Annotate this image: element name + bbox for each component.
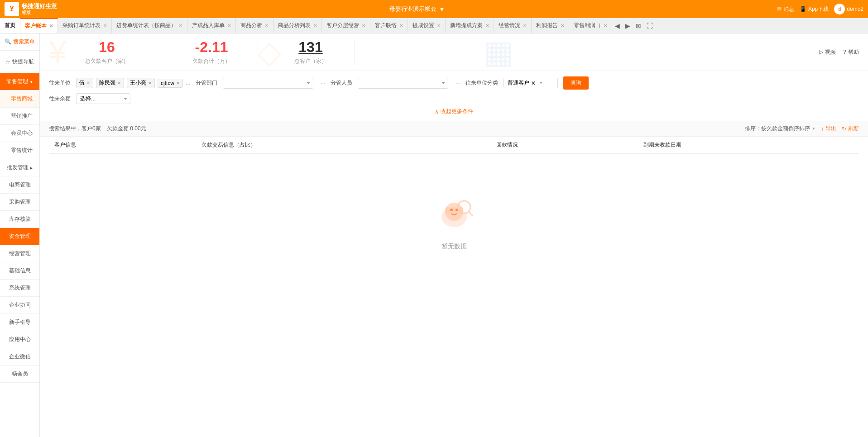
tab-retail-profit[interactable]: 零售利润（ ✕: [569, 18, 612, 33]
remove-tag-wu[interactable]: ✕: [86, 81, 90, 86]
user-avatar[interactable]: d demo2: [834, 4, 863, 14]
tab-purchase-orders[interactable]: 采购订单统计表 ✕: [58, 18, 112, 33]
tab-goods-analysis-list[interactable]: 商品分析列表 ✕: [273, 18, 322, 33]
tab-close-accounts[interactable]: ✕: [49, 24, 53, 28]
app-download-btn[interactable]: 📱 App下载: [800, 5, 829, 13]
sidebar-item-operations[interactable]: 经营管理: [0, 245, 39, 262]
tab-profit-report[interactable]: 利润报告 ✕: [532, 18, 569, 33]
tab-customer-tier[interactable]: 客户分层经营 ✕: [322, 18, 370, 33]
chevron-down-icon: ▼: [439, 6, 445, 13]
tab-home[interactable]: 首页: [0, 18, 20, 33]
tab-close-purchase-orders[interactable]: ✕: [103, 23, 107, 28]
tab-new-promotion[interactable]: 新增提成方案 ✕: [446, 18, 494, 33]
stats-banner: ¥ 16 总欠款客户（家） ◇ -2.11 欠款合计（万） ▦ 131 总客户（…: [40, 33, 868, 71]
tab-incoming-stats[interactable]: 进货单统计表（按商品） ✕: [112, 18, 187, 33]
tab-scroll-left[interactable]: ◀: [612, 22, 623, 29]
empty-icon-wrapper: [432, 190, 477, 235]
dept-select[interactable]: [223, 78, 313, 89]
unit-category-select[interactable]: 普通客户 ✕ ▼: [504, 78, 558, 88]
remove-tag-wang[interactable]: ✕: [148, 81, 152, 86]
tab-scroll-right[interactable]: ▶: [623, 22, 633, 29]
balance-select[interactable]: 选择...: [76, 93, 130, 104]
tab-close-retail-profit[interactable]: ✕: [604, 23, 607, 28]
tab-close-operations[interactable]: ✕: [523, 23, 527, 28]
tab-close-product-inbound[interactable]: ✕: [227, 23, 231, 28]
sidebar-item-wholesale[interactable]: 批发管理 ▶: [0, 159, 39, 176]
sidebar: 🔍 搜索菜单 ☆ 快捷导航 零售管理 ▼ 零售商城 营销推广 会员中心 零售统计…: [0, 33, 40, 437]
sidebar-item-ecommerce[interactable]: 电商管理: [0, 176, 39, 194]
sidebar-item-member[interactable]: 会员中心: [0, 125, 39, 142]
filter-more-tags[interactable]: ...: [186, 80, 190, 86]
sidebar-item-new-guide[interactable]: 新手引导: [0, 314, 39, 331]
chevron-down-icon-sort: ▼: [812, 127, 815, 131]
sidebar-item-app-center[interactable]: 应用中心: [0, 331, 39, 348]
tab-close-goods-analysis-list[interactable]: ✕: [313, 23, 317, 28]
tab-fullscreen[interactable]: ⛶: [644, 22, 656, 29]
refresh-btn[interactable]: ↻ 刷新: [842, 125, 859, 133]
sidebar-item-base-info[interactable]: 基础信息: [0, 262, 39, 280]
search-icon: 🔍: [5, 38, 11, 45]
tab-product-inbound[interactable]: 产成品入库单 ✕: [187, 18, 236, 33]
avatar-icon: d: [834, 4, 845, 14]
empty-illustration: [432, 190, 477, 235]
dept-label: 分管部门: [196, 79, 217, 87]
sort-select[interactable]: 排序：按欠款金额倒序排序 ▼: [745, 125, 815, 133]
export-btn[interactable]: ↑ 导出: [821, 125, 836, 133]
tab-close-profit-report[interactable]: ✕: [561, 23, 564, 28]
remove-tag-normal[interactable]: ✕: [531, 80, 536, 86]
table-header: 客户信息 欠款交易信息（占比） 回款情况 到期未收款日期: [49, 137, 859, 154]
data-table: 客户信息 欠款交易信息（占比） 回款情况 到期未收款日期: [49, 137, 859, 154]
sidebar-item-retail-mall[interactable]: 零售商城: [0, 90, 39, 108]
tab-close-promotion-settings[interactable]: ✕: [437, 23, 441, 28]
sidebar-item-retail[interactable]: 零售管理 ▼: [0, 73, 39, 90]
unit-tag-cjttcw: cjttcw ✕: [158, 79, 183, 88]
sidebar-item-enterprise-wechat[interactable]: 企业微信: [0, 348, 39, 366]
tab-accounts[interactable]: 客户账本 ✕: [20, 18, 58, 33]
sidebar-item-inventory[interactable]: 库存核算: [0, 211, 39, 228]
result-text: 搜索结果中，客户0家 欠款金额 0.00元: [49, 125, 146, 133]
tab-close-customer-contact[interactable]: ✕: [399, 23, 403, 28]
chevron-right-icon: ▶: [30, 166, 33, 170]
sidebar-item-system[interactable]: 系统管理: [0, 280, 39, 297]
app-name: 畅捷通好生意 标版: [22, 3, 57, 15]
help-btn[interactable]: ? 帮助: [843, 48, 859, 56]
sidebar-item-quick-nav[interactable]: ☆ 快捷导航: [0, 54, 39, 69]
svg-point-4: [445, 207, 450, 214]
sidebar-item-retail-stats[interactable]: 零售统计: [0, 142, 39, 159]
unit-tags: 伍 ✕ 陈民强 ✕ 王小亮 ✕ cjttcw ✕ ...: [76, 78, 190, 88]
staff-label: 分管人员: [331, 79, 352, 87]
sidebar-item-enterprise-collab[interactable]: 企业协同: [0, 297, 39, 314]
sidebar-item-member-vip[interactable]: 畅会员: [0, 366, 39, 383]
tab-close-new-promotion[interactable]: ✕: [485, 23, 489, 28]
dept-select-wrapper: [223, 78, 313, 89]
sidebar-quick-nav[interactable]: ☆ 快捷导航: [0, 51, 39, 73]
sidebar-item-marketing[interactable]: 营销推广: [0, 108, 39, 125]
logo-area: ¥ 畅捷通好生意 标版: [5, 2, 57, 16]
tab-window-controls[interactable]: ⊠: [633, 22, 644, 29]
remove-tag-cjttcw[interactable]: ✕: [176, 81, 180, 86]
tab-goods-analysis[interactable]: 商品分析 ✕: [236, 18, 273, 33]
message-btn[interactable]: ✉ 消息: [777, 5, 794, 13]
tab-close-goods-analysis[interactable]: ✕: [265, 23, 269, 28]
tab-customer-contact[interactable]: 客户联络 ✕: [370, 18, 408, 33]
staff-more-btn[interactable]: ···: [456, 80, 460, 86]
dept-more-btn[interactable]: ···: [321, 80, 325, 86]
col-overdue-info: 欠款交易信息（占比）: [196, 137, 491, 154]
video-btn[interactable]: ▷ 视频: [819, 48, 836, 56]
sidebar-item-purchase[interactable]: 采购管理: [0, 194, 39, 211]
staff-select[interactable]: [358, 78, 448, 89]
tab-operations[interactable]: 经营情况 ✕: [494, 18, 532, 33]
query-button[interactable]: 查询: [563, 76, 589, 90]
tab-close-incoming-stats[interactable]: ✕: [179, 23, 182, 28]
collapse-button[interactable]: ∧ 收起更多条件: [435, 108, 473, 115]
account-selector[interactable]: 母婴行业演示帐套 ▼: [389, 5, 445, 13]
stat-overdue-amount: -2.11 欠款合计（万）: [156, 39, 258, 65]
tab-close-customer-tier[interactable]: ✕: [362, 23, 365, 28]
collapse-row: ∧ 收起更多条件: [49, 108, 859, 115]
remove-tag-chen[interactable]: ✕: [117, 81, 121, 86]
filter-area: 往来单位 伍 ✕ 陈民强 ✕ 王小亮 ✕ cjttcw: [40, 71, 868, 121]
result-summary: 搜索结果中，客户0家 欠款金额 0.00元 排序：按欠款金额倒序排序 ▼ ↑ 导…: [40, 121, 868, 137]
tab-promotion-settings[interactable]: 提成设置 ✕: [408, 18, 446, 33]
sidebar-search[interactable]: 🔍 搜索菜单: [0, 33, 39, 51]
sidebar-item-finance[interactable]: 资金管理: [0, 228, 39, 245]
